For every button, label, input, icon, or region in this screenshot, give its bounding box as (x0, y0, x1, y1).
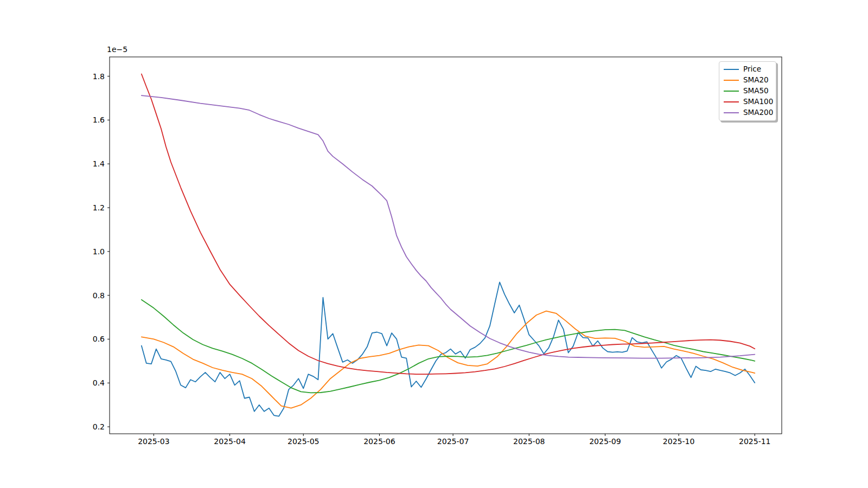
x-tick-label: 2025-09 (589, 437, 621, 446)
series-line-price (142, 282, 755, 416)
legend-line-swatch (724, 69, 739, 70)
y-tick-label: 0.6 (93, 335, 105, 343)
x-tick-label: 2025-05 (288, 437, 320, 446)
legend-entry-sma20: SMA20 (724, 75, 771, 86)
y-tick-label: 0.4 (93, 378, 105, 387)
y-tick-label: 1.4 (93, 159, 105, 168)
series-line-sma100 (142, 74, 755, 375)
x-tick-label: 2025-07 (437, 437, 469, 446)
legend: PriceSMA20SMA50SMA100SMA200 (719, 61, 776, 121)
series-line-sma200 (142, 95, 755, 358)
legend-label: SMA20 (743, 76, 769, 84)
x-tick-label: 2025-06 (363, 437, 395, 446)
y-tick-label: 1.8 (93, 72, 105, 81)
legend-line-swatch (724, 101, 739, 102)
legend-entry-sma200: SMA200 (724, 107, 771, 118)
x-tick-label: 2025-10 (663, 437, 695, 446)
x-tick-label: 2025-08 (513, 437, 545, 446)
legend-entry-sma100: SMA100 (724, 97, 771, 107)
legend-line-swatch (724, 80, 739, 81)
legend-entry-price: Price (724, 64, 771, 75)
chart-figure: 2025-032025-042025-052025-062025-072025-… (0, 0, 868, 488)
x-tick-label: 2025-03 (138, 437, 170, 446)
y-tick-label: 0.2 (93, 422, 105, 431)
y-axis-offset-label: 1e−5 (107, 45, 127, 54)
legend-label: SMA50 (743, 87, 769, 95)
legend-label: Price (743, 66, 761, 73)
x-tick-label: 2025-04 (214, 437, 246, 446)
legend-label: SMA100 (743, 98, 773, 106)
y-tick-label: 0.8 (93, 291, 105, 300)
series-line-sma20 (142, 311, 755, 408)
legend-line-swatch (724, 91, 739, 92)
y-tick-label: 1.6 (93, 115, 105, 124)
y-tick-label: 1.2 (93, 203, 105, 212)
legend-label: SMA200 (743, 109, 773, 117)
legend-line-swatch (724, 112, 739, 113)
y-tick-label: 1.0 (93, 247, 105, 256)
x-tick-label: 2025-11 (739, 437, 771, 446)
legend-entry-sma50: SMA50 (724, 86, 771, 97)
